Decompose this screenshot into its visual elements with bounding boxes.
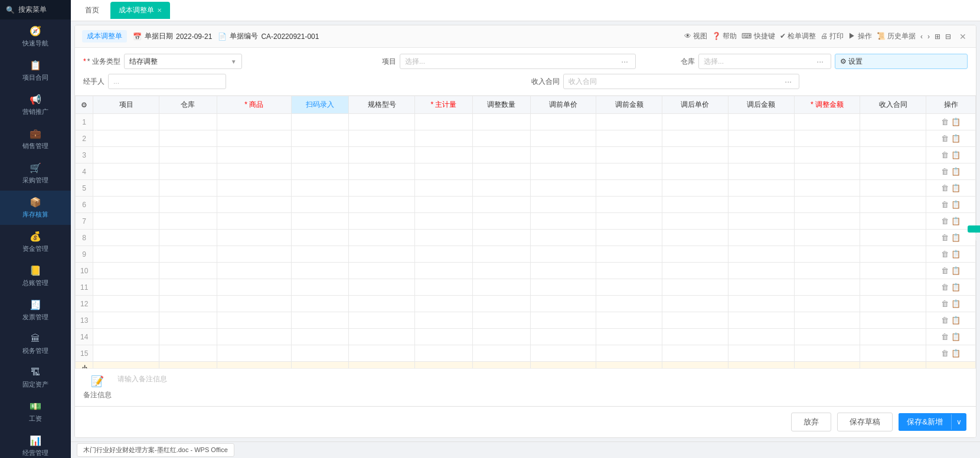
row-11-adjust-amt[interactable]: [794, 279, 860, 296]
row-15-copy-icon[interactable]: 📋: [951, 349, 961, 358]
col-scan[interactable]: 扫码录入: [291, 96, 349, 114]
row-13-before-price[interactable]: [530, 312, 596, 329]
row-8-after-amt[interactable]: [728, 230, 794, 246]
sidebar-item-project-contract[interactable]: 📋项目合同: [0, 54, 71, 88]
row-5-after-price[interactable]: [662, 180, 729, 197]
row-10-income[interactable]: [860, 263, 926, 279]
row-3-qty[interactable]: [472, 147, 530, 163]
warehouse-input[interactable]: 选择... ···: [698, 54, 831, 69]
sidebar-search[interactable]: 🔍 搜索菜单: [0, 0, 71, 19]
row-9-after-amt[interactable]: [728, 246, 794, 263]
sidebar-item-salary[interactable]: 💵工资: [0, 395, 71, 429]
row-6-scan[interactable]: [291, 197, 349, 213]
row-2-goods[interactable]: [217, 130, 291, 147]
row-15-before-amt[interactable]: [596, 345, 662, 362]
warehouse-dots[interactable]: ···: [814, 57, 826, 66]
row-11-spec[interactable]: [349, 279, 415, 296]
row-9-before-amt[interactable]: [596, 246, 662, 263]
row-12-before-price[interactable]: [530, 296, 596, 312]
row-11-delete-icon[interactable]: 🗑: [941, 283, 949, 292]
row-4-scan[interactable]: [291, 163, 349, 180]
business-type-input[interactable]: 结存调整 ▼: [124, 54, 242, 69]
row-10-project[interactable]: [93, 263, 159, 279]
row-13-delete-icon[interactable]: 🗑: [941, 316, 949, 325]
row-8-qty[interactable]: [472, 230, 530, 246]
discard-button[interactable]: 放弃: [791, 413, 831, 431]
row-7-after-amt[interactable]: [728, 213, 794, 230]
row-6-adjust-amt[interactable]: [794, 197, 860, 213]
row-10-qty[interactable]: [472, 263, 530, 279]
row-15-scan[interactable]: [291, 345, 349, 362]
row-9-after-price[interactable]: [662, 246, 729, 263]
row-10-goods[interactable]: [217, 263, 291, 279]
row-4-income[interactable]: [860, 163, 926, 180]
row-9-warehouse[interactable]: [159, 246, 217, 263]
row-4-after-amt[interactable]: [728, 163, 794, 180]
row-3-delete-icon[interactable]: 🗑: [941, 151, 949, 159]
row-15-warehouse[interactable]: [159, 345, 217, 362]
row-12-copy-icon[interactable]: 📋: [951, 299, 961, 308]
save-new-button[interactable]: 保存&新增 ∨: [899, 413, 966, 431]
row-2-warehouse[interactable]: [159, 130, 217, 147]
action-shortcut[interactable]: ⌨ 快捷键: [741, 31, 775, 41]
row-8-scan[interactable]: [291, 230, 349, 246]
row-12-qty[interactable]: [472, 296, 530, 312]
sidebar-item-purchase-mgmt[interactable]: 🛒采购管理: [0, 156, 71, 191]
save-new-arrow-icon[interactable]: ∨: [951, 414, 966, 430]
row-4-warehouse[interactable]: [159, 163, 217, 180]
row-13-warehouse[interactable]: [159, 312, 217, 329]
sidebar-item-operations-mgmt[interactable]: 📊经营管理: [0, 429, 71, 458]
row-7-goods[interactable]: [217, 213, 291, 230]
row-1-warehouse[interactable]: [159, 114, 217, 130]
row-6-project[interactable]: [93, 197, 159, 213]
row-7-before-amt[interactable]: [596, 213, 662, 230]
row-4-after-price[interactable]: [662, 163, 729, 180]
row-5-delete-icon[interactable]: 🗑: [941, 184, 949, 192]
row-13-scan[interactable]: [291, 312, 349, 329]
col-settings[interactable]: ⚙: [76, 96, 93, 114]
row-7-delete-icon[interactable]: 🗑: [941, 217, 949, 225]
row-10-scan[interactable]: [291, 263, 349, 279]
sidebar-item-sales-promo[interactable]: 📢营销推广: [0, 88, 71, 122]
row-1-after-price[interactable]: [662, 114, 729, 130]
row-14-spec[interactable]: [349, 329, 415, 345]
row-7-warehouse[interactable]: [159, 213, 217, 230]
row-15-qty[interactable]: [472, 345, 530, 362]
row-7-project[interactable]: [93, 213, 159, 230]
row-1-spec[interactable]: [349, 114, 415, 130]
row-12-scan[interactable]: [291, 296, 349, 312]
row-13-spec[interactable]: [349, 312, 415, 329]
sidebar-item-invoice-mgmt[interactable]: 🧾发票管理: [0, 293, 71, 328]
row-1-income[interactable]: [860, 114, 926, 130]
row-7-copy-icon[interactable]: 📋: [951, 217, 961, 225]
row-11-qty[interactable]: [472, 279, 530, 296]
row-1-project[interactable]: [93, 114, 159, 130]
row-2-adjust-amt[interactable]: [794, 130, 860, 147]
layout-btn1[interactable]: ⊞: [935, 32, 940, 41]
row-15-project[interactable]: [93, 345, 159, 362]
row-14-income[interactable]: [860, 329, 926, 345]
row-2-delete-icon[interactable]: 🗑: [941, 134, 949, 143]
row-1-qty[interactable]: [472, 114, 530, 130]
row-12-before-amt[interactable]: [596, 296, 662, 312]
row-6-goods[interactable]: [217, 197, 291, 213]
row-14-goods[interactable]: [217, 329, 291, 345]
row-15-income[interactable]: [860, 345, 926, 362]
row-10-adjust-amt[interactable]: [794, 263, 860, 279]
row-9-adjust-amt[interactable]: [794, 246, 860, 263]
row-10-spec[interactable]: [349, 263, 415, 279]
row-3-before-price[interactable]: [530, 147, 596, 163]
row-3-income[interactable]: [860, 147, 926, 163]
row-7-after-price[interactable]: [662, 213, 729, 230]
row-15-delete-icon[interactable]: 🗑: [941, 349, 949, 358]
tab-home[interactable]: 首页: [77, 2, 107, 19]
row-3-after-price[interactable]: [662, 147, 729, 163]
row-8-income[interactable]: [860, 230, 926, 246]
row-14-project[interactable]: [93, 329, 159, 345]
row-5-income[interactable]: [860, 180, 926, 197]
row-1-adjust-amt[interactable]: [794, 114, 860, 130]
sidebar-item-capital-mgmt[interactable]: 💰资金管理: [0, 225, 71, 259]
sidebar-item-ledger-mgmt[interactable]: 📒总账管理: [0, 259, 71, 293]
layout-btn2[interactable]: ⊟: [945, 32, 951, 41]
row-11-before-price[interactable]: [530, 279, 596, 296]
